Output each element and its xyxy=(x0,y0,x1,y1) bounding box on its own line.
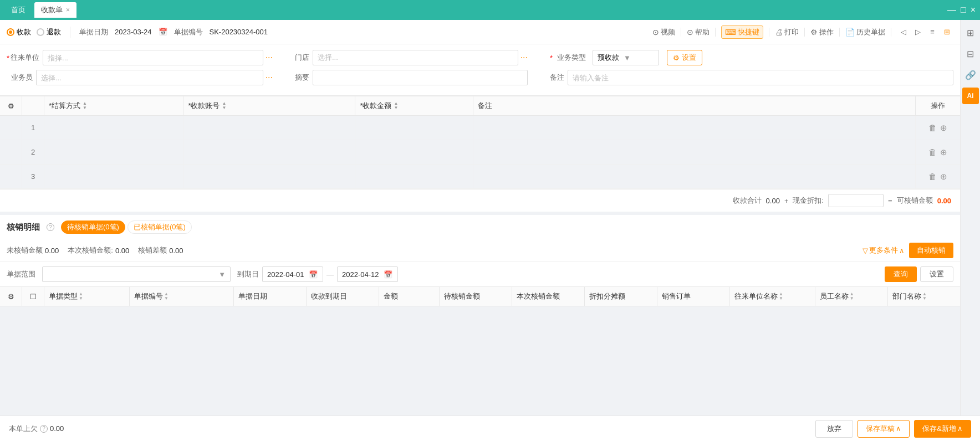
table-body: 1 🗑 ⊕ 2 🗑 ⊕ xyxy=(0,116,960,189)
td-amount-2[interactable] xyxy=(355,140,473,164)
td-account-3[interactable] xyxy=(183,165,355,188)
date-end-input[interactable]: 2022-04-12 📅 xyxy=(337,266,398,282)
sort-account[interactable]: ▲▼ xyxy=(222,101,226,110)
business-type-label: 业务类型 xyxy=(557,53,589,63)
td-payment-method-2[interactable] xyxy=(44,140,183,164)
divider-2 xyxy=(681,28,681,37)
form-settings-btn[interactable]: ⚙ 设置 xyxy=(667,50,702,65)
right-panel-btn-ai[interactable]: Ai xyxy=(962,88,979,104)
sort-payment-method[interactable]: ▲▼ xyxy=(83,101,87,110)
detail-table-header: ⚙ ☐ 单据类型 ▲▼ 单据编号 ▲▼ 单据日期 收款到期日 金额 xyxy=(0,286,960,306)
sort-amount[interactable]: ▲▼ xyxy=(394,101,398,110)
delete-icon-1[interactable]: 🗑 xyxy=(928,123,937,132)
th-operation: 操作 xyxy=(916,96,960,115)
tab-done[interactable]: 已核销单据(0笔) xyxy=(127,221,192,234)
video-btn[interactable]: ⊙ 视频 xyxy=(652,27,675,37)
history-btn[interactable]: 📄 历史单据 xyxy=(845,27,885,37)
minimize-icon[interactable]: — xyxy=(947,5,956,15)
sort-bill-no[interactable]: ▲▼ xyxy=(164,292,169,301)
remark-input[interactable] xyxy=(568,70,953,85)
sort-from-unit[interactable]: ▲▼ xyxy=(779,292,783,301)
table-header: ⚙ *结算方式 ▲▼ *收款账号 ▲▼ *收款金额 ▲▼ 备注 操作 xyxy=(0,96,960,116)
settings-icon: ⚙ xyxy=(8,102,14,110)
shortcut-btn[interactable]: ⌨ 快捷键 xyxy=(721,25,763,39)
query-btn[interactable]: 查询 xyxy=(885,266,917,282)
form-area: * 往来单位 ··· 门店 选择... ··· * xyxy=(0,44,960,96)
td-remark-2[interactable] xyxy=(473,140,916,164)
layout-prev-icon[interactable]: ◁ xyxy=(897,25,910,39)
discard-btn[interactable]: 放弃 xyxy=(815,420,853,438)
save-new-btn[interactable]: 保存&新增 ∧ xyxy=(914,420,971,438)
diff-stat: 核销差额 0.00 xyxy=(138,245,183,255)
td-remark-3[interactable] xyxy=(473,165,916,188)
counterpart-ellipsis-btn[interactable]: ··· xyxy=(266,53,273,63)
delete-icon-2[interactable]: 🗑 xyxy=(928,147,937,157)
this-time-label: 本次核销金额: xyxy=(68,245,113,255)
shop-ellipsis-btn[interactable]: ··· xyxy=(520,53,528,63)
staff-ellipsis-btn[interactable]: ··· xyxy=(266,73,273,83)
tab-pending[interactable]: 待核销单据(0笔) xyxy=(61,221,125,234)
operation-btn[interactable]: ⚙ 操作 xyxy=(810,27,834,37)
print-btn[interactable]: 🖨 打印 xyxy=(775,27,799,37)
filter-settings-btn[interactable]: 设置 xyxy=(920,266,953,282)
date-start-input[interactable]: 2022-04-01 📅 xyxy=(262,266,323,282)
tab-close-icon[interactable]: × xyxy=(66,6,70,14)
td-amount-1[interactable] xyxy=(355,116,473,140)
save-draft-btn[interactable]: 保存草稿 ∧ xyxy=(858,420,910,438)
layout-list-icon[interactable]: ≡ xyxy=(926,25,939,39)
reconciliation-info-icon[interactable]: ? xyxy=(47,223,54,231)
layout-grid-icon[interactable]: ⊞ xyxy=(940,25,953,39)
sort-bill-type[interactable]: ▲▼ xyxy=(79,292,83,301)
radio-refund[interactable]: 退款 xyxy=(37,27,61,37)
remark-label: 备注 xyxy=(550,73,568,83)
more-conditions-btn[interactable]: ▽ 更多条件 ∧ xyxy=(862,245,905,255)
right-panel-btn-1[interactable]: ⊞ xyxy=(962,24,979,41)
sort-dept[interactable]: ▲▼ xyxy=(922,292,927,301)
dth-settings[interactable]: ⚙ xyxy=(0,287,22,306)
maximize-icon[interactable]: □ xyxy=(961,5,966,15)
td-account-1[interactable] xyxy=(183,116,355,140)
radio-receive[interactable]: 收款 xyxy=(7,27,31,37)
bill-date-value[interactable]: 2023-03-24 xyxy=(115,28,152,36)
calendar-start-icon[interactable]: 📅 xyxy=(309,270,318,279)
summary-label: 摘要 xyxy=(295,73,313,83)
shop-select[interactable]: 选择... xyxy=(313,50,518,65)
bill-range-select[interactable]: ▼ xyxy=(42,266,231,282)
tab-receipt[interactable]: 收款单 × xyxy=(34,2,76,18)
td-payment-method-3[interactable] xyxy=(44,165,183,188)
sort-staff[interactable]: ▲▼ xyxy=(850,292,854,301)
td-no-3: 3 xyxy=(22,165,44,188)
right-panel-btn-2[interactable]: ⊟ xyxy=(962,45,979,62)
close-icon[interactable]: × xyxy=(971,5,976,15)
td-settings-3 xyxy=(0,165,22,188)
right-panel-btn-3[interactable]: 🔗 xyxy=(962,66,979,83)
td-remark-1[interactable] xyxy=(473,116,916,140)
td-amount-3[interactable] xyxy=(355,165,473,188)
dth-check[interactable]: ☐ xyxy=(22,287,44,306)
summary-input[interactable] xyxy=(313,70,528,85)
bottom-actions: 放弃 保存草稿 ∧ 保存&新增 ∧ xyxy=(815,420,971,438)
calendar-end-icon[interactable]: 📅 xyxy=(384,270,392,279)
radio-receive-label: 收款 xyxy=(17,27,31,37)
copy-icon-2[interactable]: ⊕ xyxy=(940,147,947,157)
bottom-info-icon[interactable]: ? xyxy=(40,425,48,433)
discount-input[interactable] xyxy=(828,194,884,207)
shop-placeholder: 选择... xyxy=(318,53,338,63)
counterpart-input[interactable] xyxy=(43,50,263,65)
copy-icon-3[interactable]: ⊕ xyxy=(940,172,947,182)
counterpart-field: * 往来单位 ··· xyxy=(7,50,273,65)
business-type-select[interactable]: 预收款 ▼ xyxy=(593,50,659,65)
tab-home[interactable]: 首页 xyxy=(4,2,32,18)
td-account-2[interactable] xyxy=(183,140,355,164)
delete-icon-3[interactable]: 🗑 xyxy=(928,172,937,181)
staff-input[interactable] xyxy=(36,70,263,85)
calendar-icon[interactable]: 📅 xyxy=(159,28,167,36)
help-btn[interactable]: ⊙ 帮助 xyxy=(687,27,710,37)
layout-next-icon[interactable]: ▷ xyxy=(911,25,925,39)
divider-5 xyxy=(804,28,805,37)
dth-staff: 员工名称 ▲▼ xyxy=(815,287,888,306)
auto-reconcile-btn[interactable]: 自动核销 xyxy=(909,243,953,258)
copy-icon-1[interactable]: ⊕ xyxy=(940,123,947,133)
th-settings[interactable]: ⚙ xyxy=(0,96,22,115)
td-payment-method-1[interactable] xyxy=(44,116,183,140)
